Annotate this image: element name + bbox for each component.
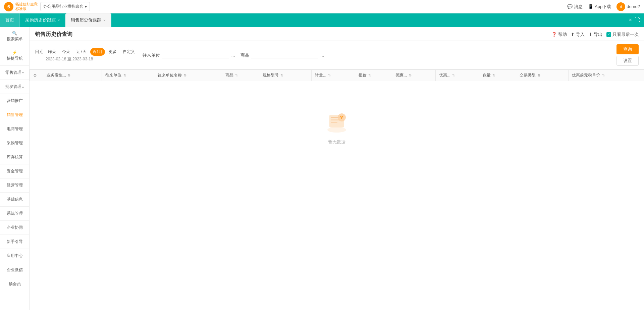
col-pre-tax-price[interactable]: 优惠前无税单价 ⇅	[569, 70, 644, 81]
sidebar-item-member[interactable]: 畅会员	[0, 277, 29, 291]
col-biz-date[interactable]: 业务发生... ⇅	[43, 70, 102, 81]
svg-point-0	[327, 127, 346, 133]
date-btn-today[interactable]: 今天	[60, 48, 72, 56]
tab-home[interactable]: 首页	[0, 13, 20, 27]
date-btn-more[interactable]: 更多	[106, 48, 119, 56]
page-title: 销售历史价查询	[35, 31, 72, 38]
sidebar-item-ecommerce[interactable]: 电商管理	[0, 122, 29, 136]
close-purchase-tab-button[interactable]: ×	[58, 18, 60, 22]
date-btn-1month[interactable]: 近1月	[90, 48, 105, 56]
sidebar-item-appstore[interactable]: 应用中心	[0, 249, 29, 263]
top-bar-left: 6 畅捷信好生意 标准版 办公用品行业模拟账套 ▾	[4, 2, 90, 11]
date-btn-last7[interactable]: 近7天	[74, 48, 89, 56]
help-button[interactable]: ❓ 帮助	[551, 32, 567, 38]
product-dots[interactable]: ...	[320, 52, 324, 58]
col-product[interactable]: 商品 ⇅	[222, 70, 259, 81]
empty-illustration: ?	[323, 108, 350, 135]
sort-icon: ⇅	[328, 73, 331, 77]
tab-sales-history[interactable]: 销售历史价跟踪 ×	[65, 13, 111, 27]
partner-dots[interactable]: ...	[231, 52, 235, 58]
col-discount1[interactable]: 优惠... ⇅	[392, 70, 436, 81]
col-settings[interactable]: ⚙	[30, 70, 43, 81]
import-icon: ⬆	[571, 32, 575, 37]
col-discount2[interactable]: 优惠... ⇅	[435, 70, 479, 81]
data-table: ⚙ 业务发生... ⇅ 往来单位 ⇅ 往来单位名称 ⇅	[30, 69, 644, 172]
header-actions: ❓ 帮助 ⬆ 导入 ⬇ 导出 ✓ 只看最后一次	[551, 32, 639, 38]
col-unit[interactable]: 计量... ⇅	[311, 70, 355, 81]
download-button[interactable]: 📱 App下载	[588, 4, 611, 10]
message-icon: 💬	[567, 4, 573, 9]
query-button[interactable]: 查询	[616, 44, 639, 54]
settings-button[interactable]: 设置	[616, 56, 639, 66]
top-bar-right: 💬 消息 📱 App下载 d demo2	[567, 2, 640, 11]
import-button[interactable]: ⬆ 导入	[571, 32, 585, 38]
sidebar-item-purchase[interactable]: 采购管理	[0, 136, 29, 150]
gear-icon[interactable]: ⚙	[33, 73, 37, 78]
tab-purchase-history[interactable]: 采购历史价跟踪 ×	[20, 13, 65, 27]
logo-icon: 6	[4, 2, 13, 11]
tab-bar: 首页 采购历史价跟踪 × 销售历史价跟踪 × × ⛶	[0, 13, 644, 27]
sidebar-item-search[interactable]: 🔍 搜索菜单	[0, 27, 29, 46]
partner-filter-group: 往来单位 ...	[143, 52, 235, 58]
maximize-button[interactable]: ⛶	[635, 17, 640, 23]
user-menu[interactable]: d demo2	[616, 2, 640, 11]
sort-icon: ⇅	[452, 73, 455, 77]
col-spec[interactable]: 规格型号 ⇅	[259, 70, 311, 81]
download-icon: 📱	[588, 4, 593, 9]
table-container: ⚙ 业务发生... ⇅ 往来单位 ⇅ 往来单位名称 ⇅	[30, 69, 644, 310]
logo-area: 6 畅捷信好生意 标准版	[4, 2, 38, 11]
filter-area: 日期 昨天 今天 近7天 近1月 更多 自定义 2023-02-18 至 202…	[30, 41, 644, 69]
close-sales-tab-button[interactable]: ×	[103, 18, 105, 22]
sidebar-item-quick-nav[interactable]: ⚡ 快捷导航	[0, 46, 29, 66]
sidebar-item-system[interactable]: 系统管理	[0, 207, 29, 221]
chevron-up-icon: ▴	[22, 85, 24, 89]
sidebar-item-wholesale[interactable]: 批发管理 ▴	[0, 80, 29, 94]
close-all-tabs-button[interactable]: ×	[629, 17, 632, 23]
date-range-display: 2023-02-18 至 2023-03-18	[46, 56, 137, 62]
sidebar-item-wechat[interactable]: 企业微信	[0, 263, 29, 277]
partner-field: ...	[162, 52, 235, 58]
sidebar-item-inventory[interactable]: 库存核算	[0, 150, 29, 164]
checkbox-icon: ✓	[606, 32, 611, 37]
col-partner-code[interactable]: 往来单位 ⇅	[102, 70, 154, 81]
tab-bar-actions: × ⛶	[629, 17, 644, 23]
product-input[interactable]	[251, 52, 318, 58]
home-tab-label: 首页	[5, 17, 14, 23]
date-filter-group: 日期 昨天 今天 近7天 近1月 更多 自定义 2023-02-18 至 202…	[35, 48, 137, 62]
logo-text: 畅捷信好生意 标准版	[15, 2, 38, 11]
quicknav-icon: ⚡	[12, 50, 17, 55]
date-btn-custom[interactable]: 自定义	[120, 48, 137, 56]
sort-icon: ⇅	[538, 73, 540, 77]
only-last-checkbox[interactable]: ✓ 只看最后一次	[606, 32, 639, 38]
date-btn-yesterday[interactable]: 昨天	[46, 48, 58, 56]
sidebar-item-marketing[interactable]: 营销推广	[0, 94, 29, 108]
help-icon: ❓	[551, 32, 557, 37]
sidebar-item-finance[interactable]: 资金管理	[0, 164, 29, 178]
col-quantity[interactable]: 数量 ⇅	[479, 70, 516, 81]
export-button[interactable]: ⬇ 导出	[589, 32, 602, 38]
sidebar-item-retail[interactable]: 零售管理 ▾	[0, 66, 29, 80]
sidebar-item-sales[interactable]: 销售管理	[0, 108, 29, 122]
sort-icon: ⇅	[280, 73, 283, 77]
message-button[interactable]: 💬 消息	[567, 4, 583, 10]
date-options: 昨天 今天 近7天 近1月 更多 自定义 2023-02-18 至 2023-0…	[46, 48, 137, 62]
col-partner-name[interactable]: 往来单位名称 ⇅	[154, 70, 222, 81]
sidebar: 🔍 搜索菜单 ⚡ 快捷导航 零售管理 ▾ 批发管理 ▴ 营销推广 销售管理 电商…	[0, 27, 30, 310]
partner-input[interactable]	[162, 52, 229, 58]
sort-icon: ⇅	[368, 73, 371, 77]
partner-label: 往来单位	[143, 52, 160, 58]
product-label: 商品	[240, 52, 249, 58]
sort-icon: ⇅	[123, 73, 126, 77]
sidebar-item-basic[interactable]: 基础信息	[0, 193, 29, 207]
table-header-row: ⚙ 业务发生... ⇅ 往来单位 ⇅ 往来单位名称 ⇅	[30, 70, 644, 81]
main-layout: 🔍 搜索菜单 ⚡ 快捷导航 零售管理 ▾ 批发管理 ▴ 营销推广 销售管理 电商…	[0, 27, 644, 310]
sidebar-item-guide[interactable]: 新手引导	[0, 235, 29, 249]
product-field: ...	[251, 52, 324, 58]
sidebar-item-enterprise[interactable]: 企业协同	[0, 221, 29, 235]
sort-icon: ⇅	[602, 73, 605, 77]
app-selector[interactable]: 办公用品行业模拟账套 ▾	[40, 2, 90, 11]
col-quote[interactable]: 报价 ⇅	[355, 70, 392, 81]
chevron-down-icon: ▾	[22, 71, 24, 74]
col-trade-type[interactable]: 交易类型 ⇅	[516, 70, 569, 81]
sidebar-item-operations[interactable]: 经营管理	[0, 178, 29, 193]
